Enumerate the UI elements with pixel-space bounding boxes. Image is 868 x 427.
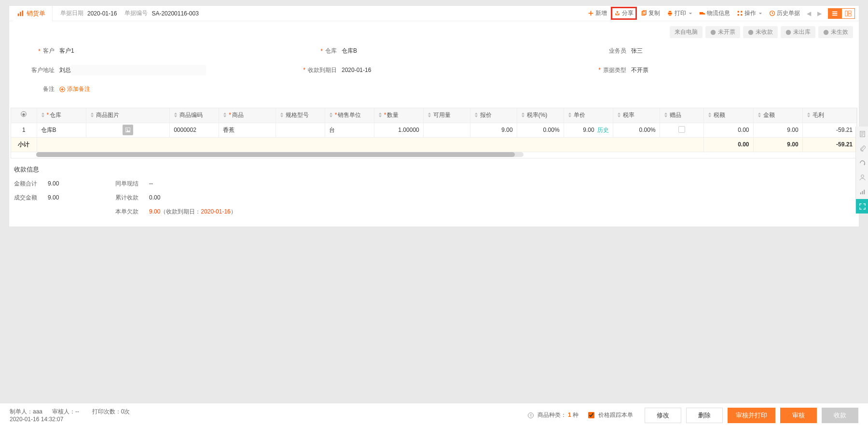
image-thumb [123, 125, 133, 135]
duedate-label: 收款到期日 [308, 66, 337, 74]
col-taxrate[interactable]: 税率(%) [517, 108, 564, 123]
table-header-row: *仓库 商品图片 商品编码 *商品 规格型号 *销售单位 *数量 可用量 报价 … [11, 108, 857, 123]
copy-label: 复制 [648, 9, 660, 17]
col-settings[interactable] [11, 108, 37, 123]
pay-owe: 本单欠款 9.00 （收款到期日： 2020-01-16 ） [115, 208, 236, 216]
rail-chart-button[interactable] [856, 185, 868, 199]
cell-amount[interactable]: 9.00 [753, 123, 802, 137]
cell-image[interactable] [86, 123, 170, 137]
cell-gift[interactable] [660, 123, 704, 137]
share-label: 分享 [622, 9, 634, 17]
col-unit[interactable]: *销售单位 [325, 108, 374, 123]
svg-rect-11 [738, 11, 739, 13]
salesman-value[interactable]: 张三 [631, 47, 643, 55]
rail-attach-button[interactable] [856, 141, 868, 156]
col-spec[interactable]: 规格型号 [276, 108, 325, 123]
cell-tax[interactable]: 0.00% [613, 123, 660, 137]
svg-rect-13 [738, 14, 739, 15]
view-list-button[interactable] [828, 8, 841, 19]
remark-add-link[interactable]: 添加备注 [59, 85, 90, 93]
col-gift[interactable]: 赠品 [660, 108, 704, 123]
history-icon [769, 10, 775, 16]
field-customer: *客户 客户1 [19, 47, 301, 55]
table-row[interactable]: 1 仓库B 0000002 香蕉 台 1.00000 9.00 0.00% 9.… [11, 123, 857, 137]
price-follow-checkbox[interactable] [588, 412, 594, 418]
cell-spec[interactable] [276, 123, 325, 137]
cell-qty[interactable]: 1.00000 [374, 123, 423, 137]
expand-icon [859, 203, 866, 210]
ops-button[interactable]: 操作 [734, 7, 765, 19]
share-button[interactable]: 分享 [611, 7, 637, 20]
cell-code[interactable]: 0000002 [170, 123, 219, 137]
doc-date: 单据日期 2020-01-16 [60, 9, 117, 17]
svg-rect-18 [832, 14, 838, 15]
receive-button[interactable]: 收款 [822, 408, 858, 423]
svg-rect-16 [832, 11, 838, 12]
logistics-button[interactable]: 物流信息 [696, 7, 733, 19]
col-profit[interactable]: 毛利 [802, 108, 856, 123]
price-history-link[interactable]: 历史 [597, 127, 609, 133]
print-button[interactable]: 打印 [664, 7, 695, 19]
cell-available[interactable] [423, 123, 470, 137]
field-duedate: *收款到期日 2020-01-16 [301, 65, 591, 75]
info-icon [823, 29, 829, 35]
col-available[interactable]: 可用量 [423, 108, 470, 123]
footer-timestamp: 2020-01-16 14:32:07 [10, 415, 130, 423]
pay-total: 金额合计 9.00 [14, 180, 115, 188]
cell-quote[interactable]: 9.00 [470, 123, 517, 137]
badge-source: 来自电脑 [670, 26, 703, 38]
cell-idx: 1 [11, 123, 37, 137]
rail-user-button[interactable] [856, 170, 868, 185]
col-taxamt[interactable]: 税额 [704, 108, 753, 123]
view-toggle [828, 8, 855, 19]
audit-button[interactable]: 审核 [780, 408, 817, 423]
duedate-value[interactable]: 2020-01-16 [342, 67, 371, 73]
status-row: 来自电脑 未开票 未收款 未出库 未生效 [9, 21, 859, 38]
cell-profit[interactable]: -59.21 [802, 123, 856, 137]
address-value[interactable]: 刘总 [59, 66, 71, 74]
col-code[interactable]: 商品编码 [170, 108, 219, 123]
cell-warehouse[interactable]: 仓库B [37, 123, 86, 137]
view-card-button[interactable] [841, 8, 855, 19]
col-product[interactable]: *商品 [219, 108, 276, 123]
prev-record-button[interactable]: ◀ [804, 10, 813, 17]
col-quote[interactable]: 报价 [470, 108, 517, 123]
doc-no: 单据编号 SA-20200116-003 [124, 9, 198, 17]
cell-unit[interactable]: 台 [325, 123, 374, 137]
next-record-button[interactable]: ▶ [814, 10, 824, 17]
copy-button[interactable]: 复制 [638, 7, 663, 19]
col-warehouse[interactable]: *仓库 [37, 108, 86, 123]
svg-rect-21 [848, 14, 851, 15]
cell-price[interactable]: 9.00历史 [564, 123, 613, 137]
edit-button[interactable]: 修改 [645, 408, 681, 423]
warehouse-value[interactable]: 仓库B [342, 47, 357, 55]
rail-expand-button[interactable] [856, 199, 868, 214]
svg-point-29 [23, 114, 25, 116]
invoice-label: 票据类型 [603, 66, 626, 74]
card-icon [845, 10, 852, 17]
cell-taxamt[interactable]: 0.00 [704, 123, 753, 137]
cell-product[interactable]: 香蕉 [219, 123, 276, 137]
price-follow-check[interactable]: 价格跟踪本单 [586, 411, 633, 420]
col-price[interactable]: 单价 [564, 108, 613, 123]
delete-button[interactable]: 删除 [686, 408, 723, 423]
invoice-value[interactable]: 不开票 [631, 66, 648, 74]
salesman-label: 业务员 [609, 47, 626, 55]
col-tax[interactable]: 税率 [613, 108, 660, 123]
rail-refresh-button[interactable] [856, 156, 868, 170]
tab-title[interactable]: 销货单 [13, 6, 53, 21]
col-image[interactable]: 商品图片 [86, 108, 170, 123]
rail-note-button[interactable] [856, 127, 868, 141]
history-button[interactable]: 历史单据 [766, 7, 803, 19]
customer-value[interactable]: 客户1 [59, 47, 74, 55]
new-button[interactable]: 新增 [585, 7, 610, 19]
svg-rect-35 [862, 191, 863, 194]
gift-checkbox[interactable] [678, 126, 685, 133]
toolbar: 新增 分享 复制 打印 物流信息 操作 [585, 7, 855, 20]
col-amount[interactable]: 金额 [753, 108, 802, 123]
cell-taxrate[interactable]: 0.00% [517, 123, 564, 137]
audit-print-button[interactable]: 审核并打印 [728, 408, 775, 423]
col-qty[interactable]: *数量 [374, 108, 423, 123]
horizontal-scrollbar[interactable] [11, 152, 857, 158]
svg-rect-9 [669, 15, 671, 16]
